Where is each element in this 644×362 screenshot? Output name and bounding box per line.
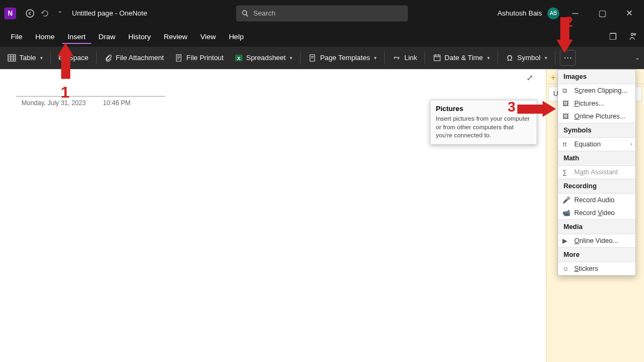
link-icon	[392, 54, 401, 62]
omega-icon: Ω	[506, 54, 514, 62]
svg-point-2	[634, 34, 636, 35]
svg-rect-8	[434, 55, 440, 61]
tooltip-title: Pictures	[436, 105, 531, 113]
page-date-stamp: Monday, July 31, 202310:46 PM	[21, 99, 130, 107]
search-box[interactable]: Search	[236, 5, 408, 21]
dd-header-images: Images	[558, 70, 635, 84]
menu-help[interactable]: Help	[223, 29, 249, 44]
svg-point-0	[26, 10, 34, 17]
online-pictures-icon: 🖼	[562, 113, 570, 120]
file-attachment-button[interactable]: File Attachment	[99, 49, 170, 67]
dd-math-assistant: ∑Math Assistant	[558, 166, 635, 179]
symbol-button[interactable]: Ω Symbol▾	[500, 49, 553, 67]
audio-icon: 🎤	[562, 196, 570, 204]
close-button[interactable]: ✕	[618, 6, 640, 21]
paperclip-icon	[104, 54, 113, 62]
plus-icon: +	[551, 73, 558, 80]
titlebar: N ⁼ Untitled page - OneNote Search Ashut…	[0, 0, 644, 26]
dd-online-pictures[interactable]: 🖼Online Pictures...	[558, 110, 635, 123]
ribbon-more-button[interactable]: ⋯	[560, 50, 576, 66]
dd-online-video[interactable]: ▶Online Video...	[558, 234, 635, 247]
menu-file[interactable]: File	[5, 29, 28, 44]
search-placeholder: Search	[253, 9, 275, 17]
svg-point-1	[631, 33, 633, 35]
printout-icon	[174, 54, 183, 62]
maximize-button[interactable]: ▢	[591, 6, 613, 21]
menu-view[interactable]: View	[195, 29, 221, 44]
svg-rect-4	[177, 54, 181, 61]
template-icon	[308, 54, 317, 62]
avatar[interactable]: AB	[547, 8, 559, 19]
menu-history[interactable]: History	[123, 29, 156, 44]
menu-home[interactable]: Home	[30, 29, 60, 44]
menu-insert[interactable]: Insert	[62, 29, 91, 44]
search-icon	[241, 10, 249, 17]
dd-header-math: Math	[558, 151, 635, 166]
dd-stickers[interactable]: ☺Stickers	[558, 262, 635, 275]
back-button[interactable]	[23, 6, 38, 21]
link-button[interactable]: Link	[387, 49, 422, 67]
undo-button[interactable]	[38, 6, 53, 21]
insert-overflow-menu: Images ⧉Screen Clipping... 🖼Pictures... …	[558, 69, 636, 276]
fullscreen-mode-icon[interactable]: ❐	[606, 30, 619, 43]
ribbon-insert: Table▾ ert Space File Attachment File Pr…	[0, 47, 644, 69]
dd-record-audio[interactable]: 🎤Record Audio	[558, 194, 635, 206]
dd-equation[interactable]: πEquation›	[558, 138, 635, 151]
svg-text:X: X	[237, 56, 240, 61]
menu-review[interactable]: Review	[158, 29, 193, 44]
excel-icon: X	[235, 54, 243, 62]
dd-pictures[interactable]: 🖼Pictures...	[558, 97, 635, 110]
dd-header-recording: Recording	[558, 179, 635, 194]
page-templates-button[interactable]: Page Templates▾	[303, 49, 382, 67]
video-icon: 📹	[562, 209, 570, 217]
dd-record-video[interactable]: 📹Record Video	[558, 206, 635, 219]
insert-space-button[interactable]: ert Space	[53, 49, 94, 67]
account-name[interactable]: Ashutosh Bais	[497, 9, 542, 17]
svg-rect-3	[8, 55, 16, 61]
sticker-icon: ☺	[562, 265, 570, 272]
spreadsheet-button[interactable]: X Spreadsheet▾	[229, 49, 298, 67]
onenote-app-icon: N	[4, 8, 16, 19]
pictures-icon: 🖼	[562, 100, 570, 107]
dd-header-more: More	[558, 248, 635, 262]
menubar: File Home Insert Draw History Review Vie…	[0, 26, 644, 47]
dd-header-symbols: Symbols	[558, 123, 635, 138]
online-video-icon: ▶	[562, 237, 570, 245]
table-button[interactable]: Table▾	[2, 49, 48, 67]
page-title: Untitled page - OneNote	[72, 9, 147, 17]
dd-screen-clipping[interactable]: ⧉Screen Clipping...	[558, 84, 635, 97]
minimize-button[interactable]: ─	[565, 6, 586, 21]
pictures-tooltip: Pictures Insert pictures from your compu…	[430, 100, 537, 145]
share-icon[interactable]	[626, 30, 639, 43]
math-icon: ∑	[562, 168, 570, 176]
collapse-ribbon-icon[interactable]: ⌄	[635, 54, 640, 61]
expand-panel-icon[interactable]: ⤢	[526, 73, 533, 83]
calendar-icon	[433, 54, 441, 62]
file-printout-button[interactable]: File Printout	[169, 49, 229, 67]
dd-header-media: Media	[558, 220, 635, 234]
tooltip-body: Insert pictures from your computer or fr…	[436, 115, 531, 140]
date-time-button[interactable]: Date & Time▾	[427, 49, 495, 67]
menu-draw[interactable]: Draw	[93, 29, 121, 44]
pi-icon: π	[562, 141, 570, 148]
customize-qat-button[interactable]: ⁼	[53, 6, 68, 21]
table-icon	[8, 54, 16, 62]
screen-clipping-icon: ⧉	[562, 87, 570, 94]
